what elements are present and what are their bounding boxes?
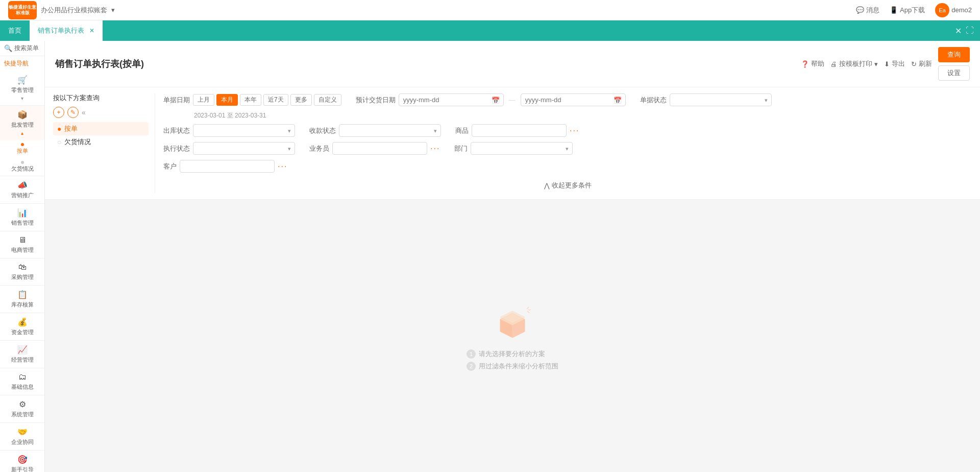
execution-select-wrap: ▾	[193, 142, 295, 155]
help-btn[interactable]: ❓ 帮助	[801, 59, 824, 68]
app-download-label: App下载	[900, 6, 925, 15]
add-scheme-btn[interactable]: +	[53, 107, 64, 118]
page-title: 销售订单执行表(按单)	[55, 58, 144, 70]
quick-nav-label: 快捷导航	[4, 59, 29, 68]
edit-scheme-btn[interactable]: ✎	[67, 107, 79, 118]
sidebar-item-wholesale[interactable]: 📦 批发管理 ▴	[0, 106, 44, 140]
sidebar-item-operation[interactable]: 📈 经营管理	[0, 341, 44, 368]
delivery-start-input[interactable]	[399, 93, 504, 106]
page-header: 销售订单执行表(按单) ❓ 帮助 🖨 按模板打印 ▾ ⬇ 导出 ↻ 刷新	[45, 41, 980, 87]
topbar: 畅捷通好生意 标准版 办公用品行业模拟账套 ▾ 💬 消息 📱 App下载 Ea …	[0, 0, 980, 20]
filter-row-2: 出库状态 ▾ 收款状态	[163, 124, 972, 137]
wholesale-expand-icon: ▴	[21, 130, 23, 136]
collapse-btn[interactable]: «	[82, 108, 86, 116]
empty-tip-2: 2 用过滤条件来缩小分析范围	[467, 362, 558, 371]
avatar-text: Ea	[939, 7, 946, 13]
doc-status-select-wrap: ▾	[670, 93, 772, 106]
template-print-btn[interactable]: 🖨 按模板打印 ▾	[830, 59, 878, 68]
refresh-btn[interactable]: ↻ 刷新	[911, 59, 932, 68]
doc-date-label: 单据日期	[163, 96, 190, 105]
sidebar-system-label: 系统管理	[11, 411, 34, 418]
sidebar-inventory-label: 库存核算	[11, 301, 34, 309]
sidebar-subitem-debt[interactable]: 欠货情况	[0, 158, 44, 176]
salesperson-input[interactable]	[332, 142, 427, 155]
sidebar-quick-nav[interactable]: 快捷导航	[0, 56, 44, 71]
sidebar-item-marketing[interactable]: 📣 营销推广	[0, 176, 44, 203]
tab-sales-order-execution[interactable]: 销售订单执行表 ✕	[30, 20, 103, 41]
tab-maximize-icon[interactable]: ⛶	[966, 26, 974, 35]
sidebar-search[interactable]: 🔍 搜索菜单	[0, 41, 44, 56]
product-input[interactable]	[472, 124, 567, 137]
sidebar-subitem-order[interactable]: 按单	[0, 140, 44, 158]
sidebar-item-finance[interactable]: 💰 资金管理	[0, 313, 44, 340]
date-this-year-btn[interactable]: 本年	[240, 94, 261, 106]
sidebar-newbie-section: 🎯 新手引导	[0, 451, 44, 472]
app-download-btn[interactable]: 📱 App下载	[890, 6, 925, 15]
tab-home[interactable]: 首页	[0, 20, 30, 41]
outbound-status-field: 出库状态 ▾	[163, 124, 295, 137]
delivery-start-wrap: 📅	[399, 93, 504, 106]
sidebar-purchase-label: 采购管理	[11, 273, 34, 281]
collapse-more-btn[interactable]: ⋀ 收起更多条件	[544, 181, 592, 190]
enterprise-icon: 🤝	[17, 427, 28, 437]
tab-close-window-icon[interactable]: ✕	[955, 26, 962, 36]
salesperson-label: 业务员	[309, 144, 329, 153]
date-quick-buttons: 上月 本月 本年 近7天 更多 自定义	[193, 94, 341, 106]
sidebar-enterprise-section: 🤝 企业协同	[0, 423, 44, 451]
logo-text: 畅捷通好生意 标准版	[9, 5, 36, 16]
scheme-order-item[interactable]: ● 按单	[53, 122, 149, 135]
customer-input[interactable]	[180, 160, 275, 173]
tip1-num: 1	[467, 349, 476, 359]
system-icon: ⚙	[19, 399, 26, 409]
doc-status-field: 单据状态 ▾	[640, 93, 772, 106]
doc-status-select[interactable]	[670, 93, 772, 106]
empty-tips: 1 请先选择要分析的方案 2 用过滤条件来缩小分析范围	[467, 349, 558, 371]
sidebar-item-enterprise[interactable]: 🤝 企业协同	[0, 423, 44, 450]
content-area: 销售订单执行表(按单) ❓ 帮助 🖨 按模板打印 ▾ ⬇ 导出 ↻ 刷新	[45, 41, 980, 472]
product-dots-btn[interactable]: ···	[570, 126, 579, 135]
execution-status-select[interactable]	[193, 142, 295, 155]
date-more-btn[interactable]: 更多	[290, 94, 312, 106]
sidebar-item-newbie[interactable]: 🎯 新手引导	[0, 451, 44, 472]
date-7days-btn[interactable]: 近7天	[263, 94, 288, 106]
help-icon: ❓	[801, 60, 809, 68]
date-custom-btn[interactable]: 自定义	[314, 94, 341, 106]
tab-close-icon[interactable]: ✕	[89, 27, 94, 34]
sidebar-item-purchase[interactable]: 🛍 采购管理	[0, 258, 44, 285]
tip2-text: 用过滤条件来缩小分析范围	[479, 362, 558, 371]
settings-button[interactable]: 设置	[938, 65, 970, 81]
collection-status-select[interactable]	[339, 124, 441, 137]
sidebar-item-system[interactable]: ⚙ 系统管理	[0, 395, 44, 422]
empty-state: 1 请先选择要分析的方案 2 用过滤条件来缩小分析范围	[45, 200, 980, 472]
sidebar-item-inventory[interactable]: 📋 库存核算	[0, 286, 44, 313]
sidebar-item-sales[interactable]: 📊 销售管理	[0, 204, 44, 231]
delivery-end-input[interactable]	[521, 93, 626, 106]
topbar-dropdown-icon[interactable]: ▾	[111, 6, 115, 14]
scheme-debt-item[interactable]: ○ 欠货情况	[53, 135, 149, 149]
print-icon: 🖨	[830, 60, 837, 68]
sidebar-operation-label: 经营管理	[11, 356, 34, 364]
doc-status-label: 单据状态	[640, 96, 667, 105]
sidebar-finance-section: 💰 资金管理	[0, 313, 44, 341]
ecommerce-icon: 🖥	[18, 235, 27, 245]
filter-section: 按以下方案查询 + ✎ « ● 按单	[45, 87, 980, 200]
salesperson-dots-btn[interactable]: ···	[430, 144, 440, 153]
date-last-month-btn[interactable]: 上月	[193, 94, 214, 106]
sidebar-basic-section: 🗂 基础信息	[0, 368, 44, 395]
date-this-month-btn[interactable]: 本月	[216, 94, 238, 106]
debt-item-label: 欠货情况	[64, 137, 91, 147]
user-menu[interactable]: Ea demo2	[935, 3, 972, 17]
filter-right-panel: 单据日期 上月 本月 本年 近7天 更多 自定义 预计交货日期	[155, 93, 972, 193]
filter-left-actions: + ✎ «	[53, 107, 149, 118]
sidebar-item-basic[interactable]: 🗂 基础信息	[0, 368, 44, 395]
department-select[interactable]	[471, 142, 573, 155]
sidebar-item-ecommerce[interactable]: 🖥 电商管理	[0, 231, 44, 258]
customer-dots-btn[interactable]: ···	[278, 162, 287, 171]
query-button[interactable]: 查询	[938, 47, 970, 62]
outbound-status-select[interactable]	[193, 124, 295, 137]
salesperson-field: 业务员 ···	[309, 142, 440, 155]
export-btn[interactable]: ⬇ 导出	[884, 59, 905, 68]
message-btn[interactable]: 💬 消息	[856, 6, 879, 15]
sidebar-item-retail[interactable]: 🛒 零售管理 ▾	[0, 71, 44, 105]
outbound-status-label: 出库状态	[163, 126, 190, 135]
